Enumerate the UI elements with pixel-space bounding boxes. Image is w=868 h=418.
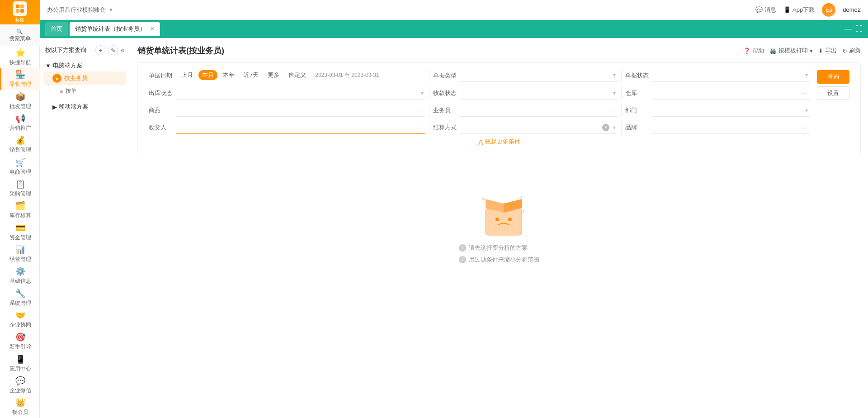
print-btn[interactable]: 🖨️ 按模板打印 ▾ [769, 47, 813, 55]
empty-state: ✦ ✦ ✦ 1 请先选择要分析的方案 2 用过滤条件来缩小分析范围 [137, 161, 861, 293]
logo-icon [13, 1, 27, 16]
help-btn[interactable]: ❓ 帮助 [743, 47, 764, 55]
right-panel: 销货单统计表(按业务员) ❓ 帮助 🖨️ 按模板打印 ▾ ⬇ 导出 [130, 38, 868, 418]
edit-scheme-btn[interactable]: ✎ [108, 45, 118, 55]
search-icon: 🔍 [16, 28, 23, 35]
print-icon: 🖨️ [769, 48, 777, 54]
mobile-scheme-title[interactable]: ▶ 移动端方案 [43, 101, 126, 113]
sidebar-item-member[interactable]: 👑 畅会员 [0, 396, 40, 418]
left-panel-actions: + ✎ « [95, 45, 124, 55]
empty-hints: 1 请先选择要分析的方案 2 用过滤条件来缩小分析范围 [459, 242, 539, 266]
sidebar-item-inventory[interactable]: 🗂️ 库存核算 [0, 200, 40, 221]
sidebar-item-newbie[interactable]: 🎯 新手引导 [0, 331, 40, 352]
date-tab-thismonth[interactable]: 本月 [198, 70, 217, 80]
date-tab-7days[interactable]: 近7天 [240, 70, 262, 80]
user-avatar[interactable]: Ea [822, 3, 835, 17]
filter-fields: 单据日期 上月 本月 本年 近7天 更多 [145, 68, 813, 134]
payment-status-arrow: ▾ [613, 90, 616, 96]
date-input[interactable]: 上月 本月 本年 近7天 更多 自定义 2023-03-01 至 2023-03… [176, 68, 425, 82]
desktop-scheme-group-title[interactable]: ▼ 电脑端方案 [43, 60, 126, 71]
sidebar-item-wechat[interactable]: 💬 企业微信 [0, 374, 40, 396]
sidebar-item-retail[interactable]: 🏪 零售管理 [0, 68, 40, 90]
hint-text-2: 用过滤条件来缩小分析范围 [469, 254, 539, 266]
svg-rect-1 [20, 5, 24, 8]
brand-dots[interactable]: ··· [801, 124, 808, 131]
receiver-input[interactable]: ··· [176, 121, 425, 134]
warehouse-input[interactable]: ··· [652, 87, 810, 100]
filter-warehouse: 仓库 ··· [622, 87, 813, 100]
warehouse-dots[interactable]: ··· [801, 90, 808, 97]
salesperson-dots[interactable]: ··· [609, 107, 616, 114]
messages-btn[interactable]: 💬 消息 [755, 6, 776, 14]
scheme-item-byorder[interactable]: ≡ 按单 [43, 85, 126, 97]
sidebar-item-search[interactable]: 🔍 搜索菜单 [0, 24, 40, 46]
print-label: 按模板打印 [778, 47, 808, 55]
tab-maximize-btn[interactable]: ⛶ [855, 25, 863, 33]
add-scheme-btn[interactable]: + [95, 45, 105, 55]
collapse-filters-btn[interactable]: ⋀ 收起更多条件 [145, 134, 853, 149]
sidebar-item-purchase[interactable]: 📋 采购管理 [0, 177, 40, 199]
out-status-input[interactable]: ▾ [176, 87, 425, 100]
date-tabs: 上月 本月 本年 近7天 更多 自定义 [178, 70, 310, 80]
tab-minimize-btn[interactable]: — [844, 25, 852, 33]
bill-type-input[interactable]: ▾ [460, 69, 618, 82]
collapse-label: 收起更多条件 [485, 138, 520, 146]
tab-bar: 首页 销货单统计表（按业务员） ✕ — ⛶ [40, 20, 868, 38]
salesperson-input[interactable]: ··· [460, 104, 618, 117]
sidebar-item-system[interactable]: 🔧 系统管理 [0, 287, 40, 309]
messages-label: 消息 [764, 6, 776, 14]
filter-out-status: 出库状态 ▾ [145, 87, 429, 100]
header-right: 💬 消息 📱 App下载 Ea demo2 [755, 3, 861, 17]
settlement-input[interactable]: ✕ ▾ [460, 121, 618, 134]
sidebar-item-marketing[interactable]: 📢 营销推广 [0, 112, 40, 133]
date-tab-custom[interactable]: 自定义 [285, 70, 310, 80]
warehouse-label: 仓库 [625, 89, 652, 97]
app-logo[interactable]: 标版 [0, 0, 40, 24]
receiver-dots[interactable]: ··· [417, 124, 424, 131]
brand-input[interactable]: ··· [652, 121, 810, 134]
sidebar-label-marketing: 营销推广 [9, 124, 31, 132]
date-tab-thisyear[interactable]: 本年 [219, 70, 238, 80]
goods-input[interactable]: ··· [176, 104, 425, 117]
tab-home[interactable]: 首页 [45, 22, 68, 36]
svg-point-9 [508, 218, 512, 221]
refresh-btn[interactable]: ↻ 刷新 [842, 47, 861, 55]
sidebar-item-wholesale[interactable]: 📦 批发管理 [0, 90, 40, 112]
date-tab-lastmonth[interactable]: 上月 [178, 70, 197, 80]
desktop-scheme-label: 电脑端方案 [53, 62, 82, 70]
query-button[interactable]: 查询 [817, 70, 849, 84]
sidebar-item-basic[interactable]: ⚙️ 基础信息 [0, 265, 40, 287]
sidebar-item-appcenter[interactable]: 📱 应用中心 [0, 352, 40, 374]
collapse-panel-btn[interactable]: « [121, 47, 124, 54]
header-dropdown-icon[interactable]: ▾ [109, 6, 113, 13]
operations-icon: 📊 [15, 245, 25, 255]
goods-dots[interactable]: ··· [417, 107, 424, 114]
settings-button[interactable]: 设置 [817, 86, 849, 100]
sidebar-item-operations[interactable]: 📊 经营管理 [0, 243, 40, 265]
member-icon: 👑 [15, 398, 25, 408]
tab-sales-stat[interactable]: 销货单统计表（按业务员） ✕ [70, 22, 160, 36]
payment-status-input[interactable]: ▾ [460, 87, 618, 100]
svg-text:✦: ✦ [522, 209, 525, 214]
app-download-btn[interactable]: 📱 App下载 [783, 6, 815, 14]
sidebar-item-finance[interactable]: 💳 资金管理 [0, 221, 40, 243]
scheme-item-salesperson[interactable]: ● 按业务员 [43, 71, 126, 85]
bill-type-label: 单据类型 [433, 71, 460, 80]
payment-status-label: 收款状态 [433, 89, 460, 97]
sidebar-item-sales[interactable]: 💰 销售管理 [0, 134, 40, 156]
sidebar-item-quicknav[interactable]: ⭐ 快捷导航 [0, 46, 40, 68]
salesperson-label: 业务员 [433, 106, 460, 114]
sidebar-item-enterprise[interactable]: 🤝 企业协同 [0, 309, 40, 330]
department-input[interactable]: ▾ [652, 104, 810, 117]
filter-row-1: 单据日期 上月 本月 本年 近7天 更多 [145, 68, 813, 82]
scheme-dot-salesperson: ● [52, 74, 61, 83]
svg-text:✦: ✦ [481, 195, 486, 203]
sidebar-label-search: 搜索菜单 [9, 35, 31, 43]
sidebar-item-ecommerce[interactable]: 🛒 电商管理 [0, 156, 40, 177]
settlement-clear-btn[interactable]: ✕ [602, 124, 609, 131]
tab-close-btn[interactable]: ✕ [150, 26, 155, 32]
export-btn[interactable]: ⬇ 导出 [818, 47, 837, 55]
date-tab-more[interactable]: 更多 [264, 70, 283, 80]
bill-status-input[interactable]: ▾ [652, 69, 810, 82]
message-icon: 💬 [755, 6, 763, 13]
